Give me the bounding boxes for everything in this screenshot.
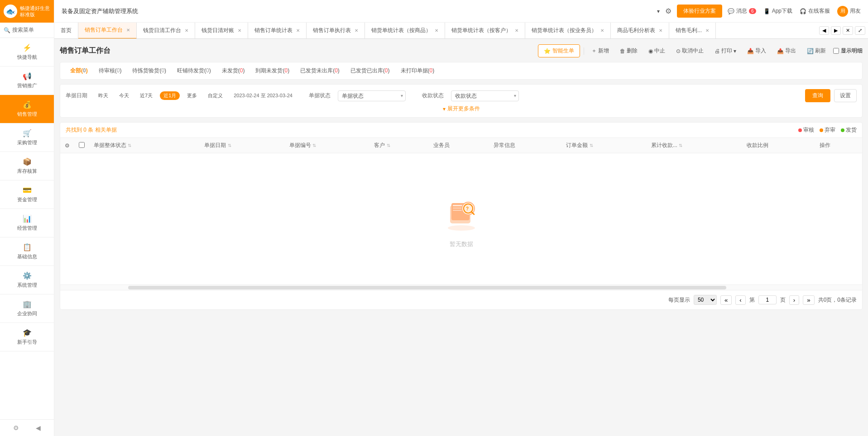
tab-next-btn[interactable]: ▶ xyxy=(831,26,841,35)
page-next-btn[interactable]: › xyxy=(789,295,799,305)
subtab-pending-review[interactable]: 待审核(0) xyxy=(93,65,127,76)
tab-sales-workbench[interactable]: 销售订单工作台 ✕ xyxy=(78,23,137,39)
subtab-pending-inspect[interactable]: 待拣货验货(0) xyxy=(127,65,172,76)
refresh-btn[interactable]: 🔄 刷新 xyxy=(803,45,830,57)
table-body: ? 暂无数据 xyxy=(60,153,862,285)
cancel-stop-btn[interactable]: ⊙ 取消中止 xyxy=(672,45,707,57)
subtab-shipped-out[interactable]: 已发货已出库(0) xyxy=(345,65,395,76)
tab-close-cash-daily[interactable]: ✕ xyxy=(185,28,188,33)
page-size-select[interactable]: 50 10 20 100 xyxy=(694,295,717,305)
date-btn-today[interactable]: 今天 xyxy=(115,91,133,100)
export-btn[interactable]: 📤 导出 xyxy=(773,45,800,57)
show-detail-checkbox-label[interactable]: 显示明细 xyxy=(833,47,863,55)
search-menu[interactable]: 🔍 搜索菜单 xyxy=(0,23,54,38)
th-settings[interactable]: ⚙ xyxy=(60,138,74,153)
date-btn-7days[interactable]: 近7天 xyxy=(136,91,156,100)
data-table: ⚙ 单据整体状态 ⇅ 单据日期 ⇅ 单据编号 ⇅ 客户 ⇅ 业务员 异常信息 订… xyxy=(60,138,862,284)
stop-btn[interactable]: ◉ 中止 xyxy=(645,45,669,57)
expand-filter-btn[interactable]: ▾ 展开更多条件 xyxy=(66,105,857,113)
sidebar-item-system[interactable]: ⚙️ 系统管理 xyxy=(0,266,54,294)
collapse-sidebar-btn[interactable]: ◀ xyxy=(36,424,41,431)
page-prev-btn[interactable]: ‹ xyxy=(735,295,745,305)
tab-sales-stat3[interactable]: 销货单统计表（按客户） ✕ xyxy=(445,23,525,39)
tab-sales-exec[interactable]: 销售订单执行表 ✕ xyxy=(307,23,365,39)
tab-maximize-btn[interactable]: ⤢ xyxy=(855,26,865,35)
smart-create-btn[interactable]: ⭐ 智能生单 xyxy=(538,44,580,57)
user-menu[interactable]: 用 用友 xyxy=(837,6,861,17)
tab-close-profit[interactable]: ✕ xyxy=(659,28,662,33)
date-btn-more[interactable]: 更多 xyxy=(183,91,201,100)
sort-arrows-status[interactable]: ⇅ xyxy=(128,143,131,148)
page-of-label: 页 xyxy=(780,296,786,304)
sidebar-item-operations[interactable]: 📊 经营管理 xyxy=(0,209,54,237)
tab-close-sales-stat2[interactable]: ✕ xyxy=(435,28,438,33)
tab-prev-btn[interactable]: ◀ xyxy=(819,26,829,35)
tab-sales-amount[interactable]: 销售毛利... ✕ xyxy=(669,23,716,39)
show-detail-checkbox[interactable] xyxy=(833,48,839,54)
subtab-expired-not-shipped[interactable]: 到期未发货(0) xyxy=(250,65,295,76)
sort-arrows-customer[interactable]: ⇅ xyxy=(387,143,390,148)
add-btn[interactable]: ＋ 新增 xyxy=(588,45,613,57)
industry-solution-btn[interactable]: 体验行业方案 xyxy=(677,5,722,18)
sidebar-item-purchase[interactable]: 🛒 采购管理 xyxy=(0,123,54,152)
sidebar-item-basic-info[interactable]: 📋 基础信息 xyxy=(0,237,54,266)
settings-bottom-btn[interactable]: ⚙ xyxy=(13,424,19,431)
tab-cash-reconcile[interactable]: 钱货日清对账 ✕ xyxy=(195,23,248,39)
th-checkbox[interactable] xyxy=(74,138,89,153)
sidebar-item-enterprise[interactable]: 🏢 企业协同 xyxy=(0,294,54,323)
tab-close-all-btn[interactable]: ✕ xyxy=(843,26,853,35)
sidebar-item-sales[interactable]: 💰 销售管理 xyxy=(0,95,54,123)
tab-sales-stat4[interactable]: 销货单统计表（按业务员） ✕ xyxy=(525,23,611,39)
select-all-checkbox[interactable] xyxy=(79,142,85,148)
page-last-btn[interactable]: » xyxy=(803,295,814,305)
tab-cash-daily[interactable]: 钱货日清工作台 ✕ xyxy=(137,23,195,39)
system-dropdown[interactable]: ▾ xyxy=(657,8,660,14)
tab-sales-stat2[interactable]: 销货单统计表（按商品） ✕ xyxy=(365,23,445,39)
subtab-not-shipped[interactable]: 未发货(0) xyxy=(216,65,250,76)
tab-close-sales-stat3[interactable]: ✕ xyxy=(515,28,518,33)
tab-home[interactable]: 首页 xyxy=(54,23,78,39)
ship-action-btn[interactable]: 发货 xyxy=(841,126,857,134)
sort-arrows-amount[interactable]: ⇅ xyxy=(590,143,593,148)
tab-close-sales-exec[interactable]: ✕ xyxy=(355,28,358,33)
sort-arrows-number[interactable]: ⇅ xyxy=(312,143,316,148)
subtab-wangpu[interactable]: 旺铺待发货(0) xyxy=(172,65,216,76)
sidebar-item-guide[interactable]: 🎓 新手引导 xyxy=(0,323,54,351)
cancel-review-action-btn[interactable]: 弃审 xyxy=(820,126,835,134)
payment-select[interactable]: 收款状态 xyxy=(451,90,519,101)
tab-close-sales-stat1[interactable]: ✕ xyxy=(296,28,300,33)
subtab-all[interactable]: 全部(0) xyxy=(65,65,93,76)
topbar-settings-icon[interactable]: ⚙ xyxy=(665,7,671,15)
horizontal-scrollbar[interactable] xyxy=(60,284,862,290)
tab-sales-stat1[interactable]: 销售订单统计表 ✕ xyxy=(248,23,307,39)
subtab-not-printed[interactable]: 未打印单据(0) xyxy=(395,65,440,76)
tab-close-sales-stat4[interactable]: ✕ xyxy=(600,28,604,33)
sidebar-item-marketing[interactable]: 📢 营销推广 xyxy=(0,66,54,95)
review-action-btn[interactable]: 审核 xyxy=(798,126,814,134)
message-btn[interactable]: 💬 消息 6 xyxy=(728,7,756,15)
tab-close-cash-reconcile[interactable]: ✕ xyxy=(238,28,241,33)
date-btn-1month[interactable]: 近1月 xyxy=(160,91,180,100)
sort-arrows-date[interactable]: ⇅ xyxy=(228,143,231,148)
page-first-btn[interactable]: « xyxy=(720,295,732,305)
sidebar-item-inventory[interactable]: 📦 库存核算 xyxy=(0,152,54,180)
print-btn[interactable]: 🖨 打印 ▾ xyxy=(711,45,740,57)
tab-profit[interactable]: 商品毛利分析表 ✕ xyxy=(611,23,669,39)
set-btn[interactable]: 设置 xyxy=(834,89,857,102)
sidebar-item-finance[interactable]: 💳 资金管理 xyxy=(0,180,54,209)
date-btn-custom[interactable]: 自定义 xyxy=(204,91,226,100)
tabbar: 首页 销售订单工作台 ✕ 钱货日清工作台 ✕ 钱货日清对账 ✕ 销售订单统计表 … xyxy=(54,23,868,39)
page-number-input[interactable] xyxy=(758,295,777,304)
query-btn[interactable]: 查询 xyxy=(805,89,830,102)
date-btn-yesterday[interactable]: 昨天 xyxy=(95,91,112,100)
import-btn[interactable]: 📥 导入 xyxy=(743,45,770,57)
tab-close-sales-amount[interactable]: ✕ xyxy=(705,28,709,33)
app-download-btn[interactable]: 📱 App下载 xyxy=(763,7,792,15)
subtab-shipped-not-out[interactable]: 已发货未出库(0) xyxy=(295,65,345,76)
sort-arrows-collected[interactable]: ⇅ xyxy=(679,143,682,148)
online-service-btn[interactable]: 🎧 在线客服 xyxy=(800,7,830,15)
status-select[interactable]: 单据状态 xyxy=(338,90,406,101)
tab-close-sales-workbench[interactable]: ✕ xyxy=(126,28,130,33)
sidebar-item-quick-nav[interactable]: ⚡ 快捷导航 xyxy=(0,38,54,66)
delete-btn[interactable]: 🗑 删除 xyxy=(616,45,641,57)
